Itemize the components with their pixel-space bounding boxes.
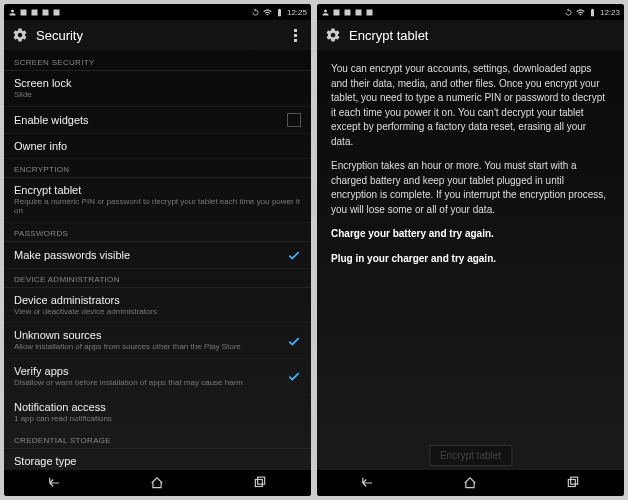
navigation-bar [4,470,311,496]
item-encrypt-tablet[interactable]: Encrypt tabletRequire a numeric PIN or p… [4,178,311,223]
svg-rect-5 [257,477,264,484]
gear-icon[interactable] [325,27,341,43]
page-title: Security [36,28,279,43]
settings-list[interactable]: SCREEN SECURITY Screen lockSlide Enable … [4,50,311,470]
checkbox-on[interactable] [287,334,301,348]
svg-rect-7 [345,9,351,15]
gear-icon[interactable] [12,27,28,43]
notif-icon [30,8,39,17]
navigation-bar [317,470,624,496]
battery-icon [588,8,597,17]
svg-rect-6 [334,9,340,15]
svg-rect-11 [570,477,577,484]
status-bar: 12:23 [317,4,624,20]
status-right-icons: 12:23 [564,8,620,17]
checkbox-on[interactable] [287,248,301,262]
item-unknown-sources[interactable]: Unknown sourcesAllow installation of app… [4,323,311,359]
recents-button[interactable] [563,475,583,491]
item-screen-lock[interactable]: Screen lockSlide [4,71,311,107]
wifi-icon [263,8,272,17]
left-screen: 12:25 Security SCREEN SECURITY Screen lo… [4,4,311,496]
section-screen-security: SCREEN SECURITY [4,52,311,71]
notif-icon [365,8,374,17]
notif-icon [19,8,28,17]
wifi-icon [576,8,585,17]
home-button[interactable] [460,475,480,491]
right-screen: 12:23 Encrypt tablet You can encrypt you… [317,4,624,496]
info-bold-1: Charge your battery and try again. [331,227,610,242]
svg-rect-1 [32,9,38,15]
refresh-icon [564,8,573,17]
svg-rect-10 [568,480,575,487]
person-icon [8,8,17,17]
status-left-icons [8,8,61,17]
item-owner-info[interactable]: Owner info [4,134,311,159]
info-bold-2: Plug in your charger and try again. [331,252,610,267]
svg-rect-8 [356,9,362,15]
back-button[interactable] [358,475,378,491]
section-device-admin: DEVICE ADMINISTRATION [4,269,311,288]
status-bar: 12:25 [4,4,311,20]
person-icon [321,8,330,17]
checkbox-off[interactable] [287,113,301,127]
status-time: 12:23 [600,8,620,17]
item-notification-access[interactable]: Notification access1 app can read notifi… [4,395,311,431]
checkbox-on[interactable] [287,369,301,383]
svg-rect-0 [21,9,27,15]
encrypt-tablet-button: Encrypt tablet [429,445,512,466]
info-para-1: You can encrypt your accounts, settings,… [331,62,610,149]
status-right-icons: 12:25 [251,8,307,17]
section-credential-storage: CREDENTIAL STORAGE [4,430,311,449]
info-para-2: Encryption takes an hour or more. You mu… [331,159,610,217]
svg-rect-3 [54,9,60,15]
recents-button[interactable] [250,475,270,491]
item-device-administrators[interactable]: Device administratorsView or deactivate … [4,288,311,324]
notif-icon [332,8,341,17]
svg-rect-4 [255,480,262,487]
item-verify-apps[interactable]: Verify appsDisallow or warn before insta… [4,359,311,395]
svg-rect-2 [43,9,49,15]
notif-icon [52,8,61,17]
item-storage-type[interactable]: Storage typeHardware-backed [4,449,311,470]
notif-icon [354,8,363,17]
refresh-icon [251,8,260,17]
section-encryption: ENCRYPTION [4,159,311,178]
svg-rect-9 [367,9,373,15]
item-enable-widgets[interactable]: Enable widgets [4,107,311,134]
overflow-menu-icon[interactable] [287,29,303,42]
battery-icon [275,8,284,17]
status-left-icons [321,8,374,17]
app-header: Security [4,20,311,50]
encrypt-info: You can encrypt your accounts, settings,… [317,50,624,470]
back-button[interactable] [45,475,65,491]
app-header: Encrypt tablet [317,20,624,50]
home-button[interactable] [147,475,167,491]
section-passwords: PASSWORDS [4,223,311,242]
item-make-passwords-visible[interactable]: Make passwords visible [4,242,311,269]
notif-icon [343,8,352,17]
notif-icon [41,8,50,17]
page-title: Encrypt tablet [349,28,616,43]
status-time: 12:25 [287,8,307,17]
